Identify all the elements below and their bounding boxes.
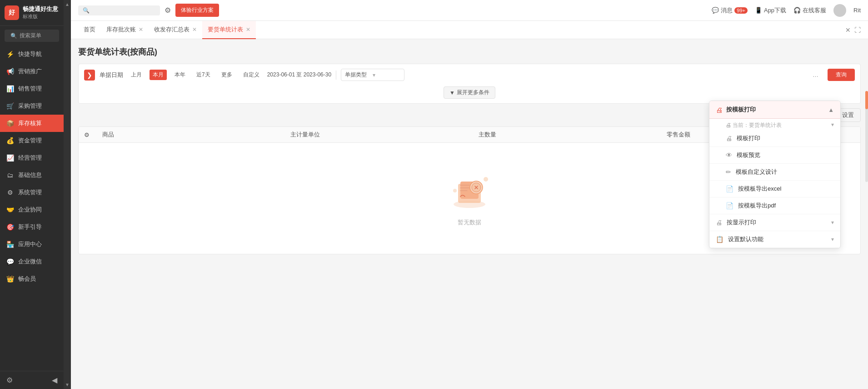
date-label: 单据日期 [100,71,123,79]
app-download-btn[interactable]: 📱 App下载 [755,6,786,15]
sidebar-nav: ⚡ 快捷导航 📢 营销推广 📊 销售管理 🛒 采购管理 📦 库存核算 💰 资金管… [0,45,64,371]
group-default-arrow-icon: ▾ [831,236,834,242]
topbar: 🔍 ⚙ 体验行业方案 💬 消息 99+ 📱 App下载 🎧 在线客服 Rit [71,0,868,21]
expand-more-btn[interactable]: ▼ 展开更多条件 [444,86,495,99]
nav-label: 企业协同 [18,206,42,214]
filter-collapse-btn[interactable]: ❯ [84,70,95,81]
dropdown-item-template-preview[interactable]: 👁 模板预览 [709,147,840,164]
sidebar-item-collab[interactable]: 🤝 企业协同 [0,201,64,218]
sidebar-item-quick-nav[interactable]: ⚡ 快捷导航 [0,45,64,63]
nav-icon-basic: 🗂 [5,172,15,179]
sidebar-item-basic[interactable]: 🗂 基础信息 [0,167,64,184]
sidebar-item-appstore[interactable]: 🏪 应用中心 [0,236,64,253]
item-design-icon: ✏ [726,168,731,176]
search-label: 搜索菜单 [20,32,41,40]
dropdown-item-export-excel[interactable]: 📄 按模板导出excel [709,181,840,197]
online-service-btn[interactable]: 🎧 在线客服 [793,6,826,15]
group-arrow-icon: ▾ [831,219,834,226]
scroll-up-icon[interactable]: ▲ [65,2,70,7]
tabs-right-actions: ✕ ⛶ [845,26,861,34]
tab-collection-close[interactable]: ✕ [192,26,197,33]
dropdown-current-label: 🖨 当前：要货单统计表 ▾ [709,119,840,130]
sidebar-item-system[interactable]: ⚙ 系统管理 [0,184,64,201]
sidebar-logo: 好 畅捷通好生意 标准版 [0,0,64,26]
sidebar-item-finance[interactable]: 💰 资金管理 [0,132,64,149]
scroll-down-icon[interactable]: ▼ [65,382,70,387]
nav-icon-wechat: 💬 [5,258,15,265]
sidebar-item-marketing[interactable]: 📢 营销推广 [0,63,64,80]
nav-icon-collab: 🤝 [5,206,15,213]
sidebar-item-operation[interactable]: 📈 经营管理 [0,149,64,167]
app-download-label: App下载 [764,6,786,15]
tab-collection-summary[interactable]: 收发存汇总表 ✕ [149,21,202,39]
dropdown-group-default-setting[interactable]: 📋 设置默认功能 ▾ [709,231,840,248]
dropdown-title: 按模板打印 [726,106,828,114]
date-btn-7days[interactable]: 近7天 [193,70,214,80]
sidebar-item-member[interactable]: 👑 畅会员 [0,270,64,288]
app-icon: 📱 [755,7,762,14]
nav-icon-appstore: 🏪 [5,241,15,248]
sidebar-search[interactable]: 🔍 搜索菜单 [5,30,59,42]
date-btn-last-month[interactable]: 上月 [128,70,145,80]
bill-type-arrow-icon: ▾ [373,72,400,78]
settings-icon[interactable]: ⚙ [6,376,13,384]
topbar-search-icon: 🔍 [83,7,90,14]
filter-more-icon[interactable]: … [813,71,818,78]
expand-more-icon: ▼ [449,90,455,96]
scrollbar-thumb [865,91,868,109]
dropdown-header[interactable]: 🖨 按模板打印 ▲ [709,101,840,119]
tab-order-stats-close[interactable]: ✕ [246,26,250,33]
bill-type-select[interactable]: 单据类型 ▾ [341,69,404,81]
dropdown-item-export-pdf[interactable]: 📄 按模板导出pdf [709,197,840,214]
svg-point-10 [484,177,488,182]
tab-order-stats[interactable]: 要货单统计表 ✕ [202,21,256,39]
nav-label: 营销推广 [18,67,42,76]
right-scrollbar[interactable] [865,91,868,182]
item-print-icon: 🖨 [726,135,732,142]
current-template-label: 当前：要货单统计表 [733,122,782,128]
date-btn-this-year[interactable]: 本年 [171,70,189,80]
sidebar-scrollbar: ▲ ▼ [64,0,71,389]
col-settings[interactable]: ⚙ [84,131,102,138]
svg-point-11 [453,189,457,192]
tab-expand-icon[interactable]: ⛶ [854,26,861,34]
bill-type-label: 单据类型 [345,71,373,79]
query-btn[interactable]: 查询 [828,69,855,81]
dropdown-item-template-print[interactable]: 🖨 模板打印 [709,130,840,147]
date-btn-custom[interactable]: 自定义 [240,70,263,80]
date-btn-more[interactable]: 更多 [218,70,235,80]
tab-inventory-batch[interactable]: 库存批次账 ✕ [101,21,149,39]
sidebar-item-inventory[interactable]: 📦 库存核算 [0,115,64,132]
user-avatar[interactable] [833,4,846,17]
sidebar-item-sales[interactable]: 📊 销售管理 [0,80,64,97]
nav-icon-operation: 📈 [5,154,15,162]
search-icon: 🔍 [10,33,17,39]
nav-label: 销售管理 [18,85,42,93]
filter-divider [336,71,336,80]
topbar-right: 💬 消息 99+ 📱 App下载 🎧 在线客服 Rit [712,4,861,17]
nav-icon-member: 👑 [5,275,15,283]
sidebar-item-guide[interactable]: 🎯 新手引导 [0,218,64,236]
item-excel-icon: 📄 [726,185,733,192]
sidebar-item-wechat[interactable]: 💬 企业微信 [0,253,64,270]
item-label: 模板打印 [737,134,760,142]
topbar-gear-icon[interactable]: ⚙ [165,6,171,15]
dropdown-item-template-design[interactable]: ✏ 模板自定义设计 [709,164,840,181]
message-btn[interactable]: 💬 消息 99+ [712,6,748,15]
topbar-search[interactable]: 🔍 [78,5,160,15]
edition-label: 标准版 [23,13,58,20]
dropdown-group-display-print[interactable]: 🖨 按显示打印 ▾ [709,214,840,231]
tab-inventory-batch-close[interactable]: ✕ [139,26,143,33]
message-label: 消息 [721,6,733,15]
sidebar: 好 畅捷通好生意 标准版 🔍 搜索菜单 ⚡ 快捷导航 📢 营销推广 📊 销售管理… [0,0,64,389]
trial-btn[interactable]: 体验行业方案 [175,4,219,17]
date-btn-this-month[interactable]: 本月 [150,70,167,80]
sidebar-bottom: ⚙ ◀ [0,371,64,389]
sidebar-item-purchase[interactable]: 🛒 采购管理 [0,97,64,115]
tab-close-all-icon[interactable]: ✕ [845,26,851,34]
group-default-setting-label: 设置默认功能 [728,235,831,243]
tab-home[interactable]: 首页 [78,21,101,39]
content-area: 要货单统计表(按商品) ❯ 单据日期 上月 本月 本年 近7天 更多 自定义 2… [71,39,868,389]
nav-label: 企业微信 [18,258,42,266]
collapse-icon[interactable]: ◀ [52,376,57,384]
